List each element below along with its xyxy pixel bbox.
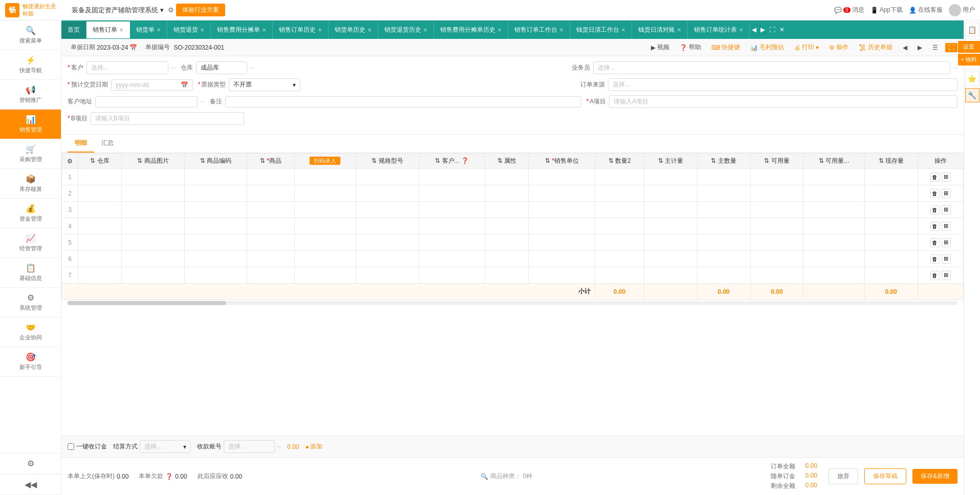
- row-attr[interactable]: [485, 185, 529, 202]
- row-attr[interactable]: [485, 218, 529, 234]
- row-main-qty[interactable]: [697, 169, 750, 185]
- row-image[interactable]: [122, 218, 185, 234]
- col-attr-sort[interactable]: ⇅: [497, 157, 503, 164]
- add-button[interactable]: ● 添加: [306, 442, 322, 451]
- address-input[interactable]: [95, 96, 198, 107]
- sidebar-item-finance[interactable]: 💰 资金管理: [0, 199, 61, 228]
- row-available2[interactable]: [803, 202, 865, 218]
- row-customer[interactable]: [419, 267, 485, 284]
- sidebar-item-purchase[interactable]: 🛒 采购管理: [0, 139, 61, 169]
- right-icon-star[interactable]: ⭐: [965, 72, 979, 86]
- tab-nav-prev[interactable]: ◀: [750, 26, 758, 33]
- tab-order-stats-close[interactable]: ✕: [739, 27, 743, 33]
- row-delete-btn[interactable]: 🗑: [930, 254, 940, 264]
- row-scan[interactable]: [294, 267, 356, 284]
- row-main-qty[interactable]: [697, 185, 750, 202]
- row-main-unit[interactable]: [644, 185, 697, 202]
- save-draft-button[interactable]: 保存草稿: [864, 468, 906, 484]
- tab-order-workbench[interactable]: 销售订单工作台 ✕: [508, 21, 570, 38]
- col-unit-sort[interactable]: ⇅: [545, 157, 550, 164]
- row-customer[interactable]: [419, 185, 485, 202]
- row-code[interactable]: [184, 185, 247, 202]
- row-attr[interactable]: [485, 169, 529, 185]
- row-code[interactable]: [184, 267, 247, 284]
- row-qty2[interactable]: [595, 169, 644, 185]
- tab-return-history-close[interactable]: ✕: [423, 27, 427, 33]
- row-product[interactable]: [247, 218, 294, 234]
- row-scan[interactable]: [294, 218, 356, 234]
- row-current[interactable]: [864, 218, 918, 234]
- col-customer-sort[interactable]: ⇅: [435, 157, 440, 164]
- row-available2[interactable]: [803, 234, 865, 251]
- row-warehouse[interactable]: [78, 202, 122, 218]
- col-settings[interactable]: ⚙: [62, 154, 78, 169]
- tab-sales-return[interactable]: 销货退货 ✕: [167, 21, 211, 38]
- sidebar-item-system[interactable]: ⚙ 系统管理: [0, 288, 61, 317]
- tab-sales-order-close[interactable]: ✕: [119, 27, 123, 33]
- nav-next-button[interactable]: ▶: [914, 43, 925, 52]
- row-available[interactable]: [750, 234, 803, 251]
- fullscreen-button[interactable]: ⛶: [945, 43, 957, 52]
- right-icon-tool[interactable]: 🔧: [965, 88, 979, 102]
- row-image[interactable]: [122, 267, 185, 284]
- tab-daily-reconcile-close[interactable]: ✕: [677, 27, 681, 33]
- row-available2[interactable]: [803, 169, 865, 185]
- row-customer[interactable]: [419, 202, 485, 218]
- customer-more-btn[interactable]: ···: [171, 65, 176, 71]
- col-main-unit-sort[interactable]: ⇅: [658, 157, 663, 164]
- row-image[interactable]: [122, 169, 185, 185]
- row-code[interactable]: [184, 251, 247, 267]
- row-available2[interactable]: [803, 267, 865, 284]
- row-main-qty[interactable]: [697, 218, 750, 234]
- row-product[interactable]: [247, 234, 294, 251]
- col-product-sort[interactable]: ⇅: [260, 157, 265, 164]
- a-project-input[interactable]: 请输入A项目: [609, 95, 957, 108]
- product-count-icon[interactable]: 🔍: [481, 473, 488, 480]
- row-image[interactable]: [122, 234, 185, 251]
- sidebar-item-enterprise[interactable]: 🤝 企业协同: [0, 317, 61, 347]
- row-qty2[interactable]: [595, 202, 644, 218]
- row-warehouse[interactable]: [78, 251, 122, 267]
- sidebar-item-inventory[interactable]: 📦 库存核算: [0, 169, 61, 199]
- row-main-unit[interactable]: [644, 234, 697, 251]
- row-current[interactable]: [864, 234, 918, 251]
- tab-order-workbench-close[interactable]: ✕: [559, 27, 563, 33]
- gear-settings-icon[interactable]: ⚙: [168, 6, 174, 14]
- one-click-checkbox[interactable]: 一键收订金: [68, 442, 107, 451]
- row-spec[interactable]: [356, 218, 419, 234]
- row-current[interactable]: [864, 185, 918, 202]
- tab-detail[interactable]: 明细: [68, 135, 94, 153]
- row-product[interactable]: [247, 185, 294, 202]
- tab-daily-workbench-close[interactable]: ✕: [621, 27, 625, 33]
- row-code[interactable]: [184, 234, 247, 251]
- row-main-unit[interactable]: [644, 169, 697, 185]
- add-material-btn[interactable]: + 物料: [958, 54, 964, 66]
- message-button[interactable]: 💬 9 消息: [834, 6, 864, 14]
- delivery-date-input[interactable]: yyyy-mm-dd 📅: [111, 79, 193, 91]
- row-main-qty[interactable]: [697, 234, 750, 251]
- sidebar-item-quick-nav[interactable]: ⚡ 快捷导航: [0, 50, 61, 80]
- col-available-sort[interactable]: ⇅: [764, 157, 769, 164]
- one-click-input[interactable]: [68, 443, 74, 450]
- row-product[interactable]: [247, 251, 294, 267]
- row-spec[interactable]: [356, 202, 419, 218]
- row-unit[interactable]: [529, 251, 595, 267]
- sidebar-item-sales[interactable]: 📊 销售管理: [0, 110, 61, 139]
- sidebar-item-basic-info[interactable]: 📋 基础信息: [0, 258, 61, 288]
- row-current[interactable]: [864, 267, 918, 284]
- row-warehouse[interactable]: [78, 185, 122, 202]
- invoice-select[interactable]: 不开票 ▾: [229, 78, 300, 91]
- row-main-unit[interactable]: [644, 202, 697, 218]
- save-new-button[interactable]: 保存&新增: [912, 469, 957, 484]
- address-more-btn[interactable]: ···: [201, 99, 205, 104]
- row-unit[interactable]: [529, 185, 595, 202]
- row-copy-btn[interactable]: ⊞: [942, 205, 951, 214]
- help-button[interactable]: ❓ 帮助: [677, 42, 704, 53]
- tab-order-history[interactable]: 销售订单历史 ✕: [273, 21, 329, 38]
- scan-button[interactable]: 扫码录入: [310, 157, 340, 165]
- row-delete-btn[interactable]: 🗑: [930, 238, 940, 247]
- row-available[interactable]: [750, 169, 803, 185]
- tab-summary[interactable]: 汇总: [94, 135, 121, 153]
- row-spec[interactable]: [356, 234, 419, 251]
- row-product[interactable]: [247, 267, 294, 284]
